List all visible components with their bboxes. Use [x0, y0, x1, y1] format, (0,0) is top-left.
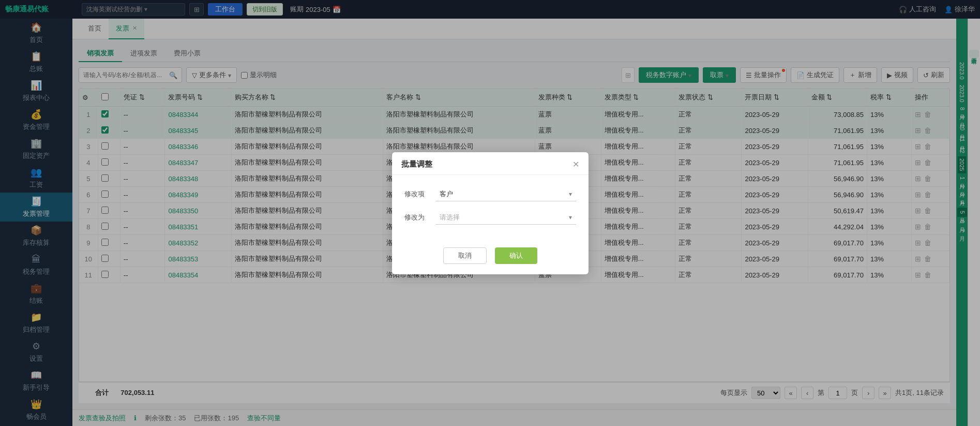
value-select-chevron: [569, 213, 572, 221]
modal-header: 批量调整 ✕: [392, 152, 589, 175]
modify-field-label: 修改项: [404, 189, 435, 199]
modal-title: 批量调整: [401, 159, 432, 169]
modify-to-placeholder: 请选择: [440, 213, 460, 222]
modify-field-value: 客户: [440, 189, 453, 199]
modal-footer: 取消 确认: [392, 242, 589, 274]
modal-cancel-btn[interactable]: 取消: [443, 247, 487, 264]
modify-to-select[interactable]: 请选择: [435, 211, 576, 225]
modify-to-label: 修改为: [404, 213, 435, 222]
modify-field-select[interactable]: 客户: [435, 187, 576, 201]
field-select-chevron: [569, 190, 572, 198]
modal-body: 修改项 客户 修改为 请选择: [392, 175, 589, 242]
modal-confirm-btn[interactable]: 确认: [495, 247, 537, 264]
modal-field-row: 修改项 客户: [404, 187, 576, 201]
modal-overlay: 批量调整 ✕ 修改项 客户 修改为 请选择 取消 确认: [0, 0, 980, 426]
modal-close-btn[interactable]: ✕: [572, 159, 579, 169]
modal-value-row: 修改为 请选择: [404, 211, 576, 225]
batch-adjust-modal: 批量调整 ✕ 修改项 客户 修改为 请选择 取消 确认: [392, 152, 589, 274]
